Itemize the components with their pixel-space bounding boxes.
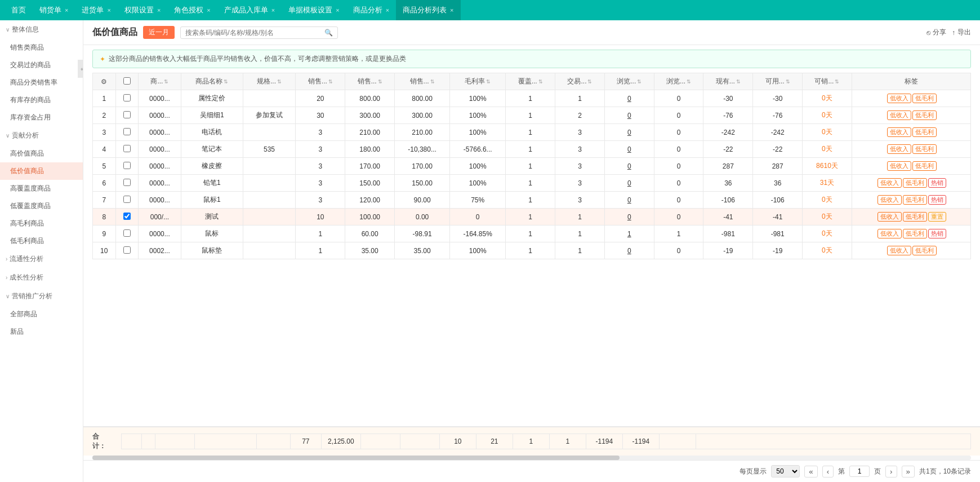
cell-view1[interactable]: 0 [604,209,654,225]
row-checkbox[interactable] [123,213,131,220]
cell-checkbox[interactable] [115,107,138,124]
sidebar-item-high-value[interactable]: 高价值商品 [0,145,83,162]
prev-page-btn[interactable]: ‹ [822,466,834,477]
cell-view1[interactable]: 0 [604,175,654,192]
sidebar-group-流通性分析[interactable]: ›流通性分析 [0,250,83,268]
nav-close-purchase[interactable]: × [107,7,110,14]
view1-link[interactable]: 0 [627,162,631,170]
view1-link[interactable]: 0 [627,213,631,221]
row-checkbox[interactable] [123,162,131,169]
sidebar-item-low-coverage[interactable]: 低覆盖度商品 [0,197,83,215]
cell-view1[interactable]: 0 [604,141,654,158]
nav-item-home[interactable]: 首页 [5,0,33,20]
cell-checkbox[interactable] [115,192,138,209]
nav-close-analysis[interactable]: × [386,7,389,14]
scrollbar-thumb[interactable] [92,456,620,460]
cell-view1[interactable]: 0 [604,192,654,209]
col-name[interactable]: 商品名称⇅ [181,73,243,90]
cell-checkbox[interactable] [115,242,138,259]
next-page-btn[interactable]: › [885,466,897,477]
row-checkbox[interactable] [123,94,131,101]
cell-checkbox[interactable] [115,158,138,175]
nav-item-analysis-list[interactable]: 商品分析列表× [396,0,460,20]
nav-close-inventory[interactable]: × [271,7,275,14]
view1-link[interactable]: 0 [627,112,631,120]
row-checkbox[interactable] [123,179,131,186]
cell-checkbox[interactable] [115,90,138,107]
cell-view1[interactable]: 1 [604,225,654,242]
cell-checkbox[interactable] [115,209,138,225]
nav-close-permission[interactable]: × [157,7,161,14]
sidebar-group-整体信息[interactable]: ∨整体信息 [0,20,83,39]
row-checkbox[interactable] [123,111,131,118]
nav-close-template[interactable]: × [336,7,339,14]
cell-view1[interactable]: 0 [604,107,654,124]
select-all-checkbox[interactable] [123,77,131,85]
sidebar-item-low-value[interactable]: 低价值商品 [0,162,83,180]
col-view1[interactable]: 浏览...⇅ [604,73,654,90]
first-page-btn[interactable]: « [804,466,817,477]
view1-link[interactable]: 0 [627,196,631,204]
col-available[interactable]: 可用...⇅ [753,73,803,90]
col-trade[interactable]: 交易...⇅ [555,73,605,90]
view1-link[interactable]: 1 [627,230,631,238]
sidebar-item-category-rate[interactable]: 商品分类销售率 [0,74,83,91]
col-sales1[interactable]: 销售...⇅ [296,73,345,90]
col-spec[interactable]: 规格...⇅ [243,73,296,90]
row-checkbox[interactable] [123,145,131,152]
nav-item-inventory[interactable]: 产成品入库单× [217,0,282,20]
sidebar-item-low-profit[interactable]: 低毛利商品 [0,232,83,250]
cell-view1[interactable]: 0 [604,90,654,107]
sidebar-item-traded-goods[interactable]: 交易过的商品 [0,56,83,74]
row-checkbox[interactable] [123,229,131,237]
view1-link[interactable]: 0 [627,247,631,255]
cell-view1[interactable]: 0 [604,124,654,141]
col-tags[interactable]: 标签 [852,73,970,90]
col-margin[interactable]: 毛利率⇅ [450,73,506,90]
cell-checkbox[interactable] [115,225,138,242]
per-page-select[interactable]: 50 20 100 [771,465,800,477]
share-btn[interactable]: ⎋ 分享 [926,28,946,37]
nav-close-role[interactable]: × [207,7,210,14]
col-saleable[interactable]: 可销...⇅ [803,73,852,90]
col-code[interactable]: 商...⇅ [138,73,181,90]
col-current[interactable]: 现有...⇅ [703,73,753,90]
cell-checkbox[interactable] [115,175,138,192]
view1-link[interactable]: 0 [627,129,631,136]
date-btn[interactable]: 近一月 [143,26,175,39]
export-btn[interactable]: ↑ 导出 [952,28,971,37]
last-page-btn[interactable]: » [902,466,915,477]
sidebar-item-sales-goods[interactable]: 销售类商品 [0,39,83,56]
view1-link[interactable]: 0 [627,145,631,153]
sidebar-group-营销推广分析[interactable]: ∨营销推广分析 [0,287,83,306]
sidebar-item-new-goods[interactable]: 新品 [0,323,83,341]
col-checkbox[interactable] [115,73,138,90]
sidebar-item-high-profit[interactable]: 高毛利商品 [0,215,83,232]
nav-item-role[interactable]: 角色授权× [167,0,217,20]
cell-checkbox[interactable] [115,141,138,158]
sidebar-item-high-coverage[interactable]: 高覆盖度商品 [0,180,83,197]
nav-item-analysis[interactable]: 商品分析× [346,0,396,20]
col-coverage[interactable]: 覆盖...⇅ [506,73,555,90]
nav-item-purchase[interactable]: 进货单× [75,0,117,20]
col-sales2[interactable]: 销售...⇅ [345,73,395,90]
col-sales3[interactable]: 销售...⇅ [395,73,450,90]
sidebar-item-stock-goods[interactable]: 有库存的商品 [0,91,83,109]
col-view2[interactable]: 浏览...⇅ [654,73,703,90]
nav-item-template[interactable]: 单据模板设置× [282,0,346,20]
cell-view1[interactable]: 0 [604,158,654,175]
row-checkbox[interactable] [123,128,131,135]
col-gear[interactable]: ⚙ [93,73,116,90]
sidebar-group-成长性分析[interactable]: ›成长性分析 [0,268,83,287]
sidebar-group-贡献分析[interactable]: ∨贡献分析 [0,126,83,145]
nav-item-permission[interactable]: 权限设置× [118,0,167,20]
row-checkbox[interactable] [123,196,131,203]
sidebar-item-stock-capital[interactable]: 库存资金占用 [0,109,83,126]
nav-close-sales[interactable]: × [65,7,68,14]
cell-view1[interactable]: 0 [604,242,654,259]
nav-item-sales[interactable]: 销货单× [33,0,75,20]
row-checkbox[interactable] [123,246,131,254]
cell-checkbox[interactable] [115,124,138,141]
page-input[interactable] [849,466,870,477]
nav-close-analysis-list[interactable]: × [450,7,453,14]
